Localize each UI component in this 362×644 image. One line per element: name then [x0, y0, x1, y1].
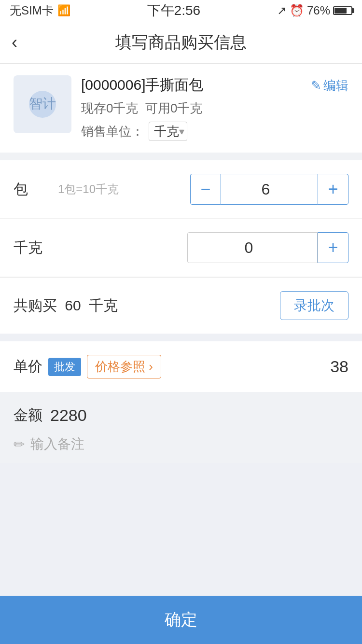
back-button[interactable]: ‹: [12, 32, 17, 53]
kg-controls: +: [187, 232, 348, 263]
amount-value: 2280: [50, 406, 87, 425]
bao-minus-button[interactable]: −: [190, 174, 221, 205]
battery-icon: [333, 6, 352, 15]
page-title: 填写商品购买信息: [115, 31, 247, 54]
summary-row: 共购买 60 千克 录批次: [0, 277, 362, 334]
status-time: 下午2:56: [147, 1, 201, 20]
battery-text: 76%: [307, 4, 330, 17]
product-logo-icon: 智计: [28, 90, 57, 119]
quantity-section: 包 1包=10千克 − + 千克 + 共购买 60 千克 录批次: [0, 160, 362, 334]
remark-row[interactable]: ✏ 输入备注: [14, 435, 348, 453]
nav-bar: ‹ 填写商品购买信息: [0, 21, 362, 64]
wifi-icon: 📶: [57, 4, 70, 17]
unit-select-wrap[interactable]: 千克 ▾: [149, 122, 187, 141]
product-image: 智计: [14, 75, 71, 133]
edit-icon: ✎: [311, 78, 321, 93]
kg-input[interactable]: [187, 232, 318, 263]
status-left: 无SIM卡 📶: [10, 3, 70, 18]
amount-label: 金额: [14, 406, 42, 425]
product-stock: 现存0千克 可用0千克: [81, 100, 348, 117]
amount-section: 金额 2280 ✏ 输入备注: [0, 392, 362, 463]
price-tag: 批发: [48, 358, 81, 376]
bao-label: 包: [14, 180, 52, 199]
bao-quantity-row: 包 1包=10千克 − +: [0, 160, 362, 219]
alarm-icon: ⏰: [290, 4, 304, 17]
amount-row: 金额 2280: [14, 406, 348, 425]
bao-hint: 1包=10千克: [58, 182, 190, 197]
unit-select[interactable]: 千克: [149, 122, 187, 141]
confirm-text: 确定: [165, 609, 197, 631]
edit-button[interactable]: ✎ 编辑: [311, 77, 348, 94]
bao-input[interactable]: [221, 174, 318, 205]
price-value: 38: [330, 357, 348, 376]
confirm-bar[interactable]: 确定: [0, 596, 362, 644]
edit-remark-icon: ✏: [14, 436, 25, 452]
product-card: 智计 [0000006]手撕面包 现存0千克 可用0千克 销售单位： 千克 ▾: [0, 64, 362, 153]
kg-plus-button[interactable]: +: [318, 232, 348, 263]
svg-text:智计: 智计: [29, 96, 56, 111]
price-row: 单价 批发 价格参照 › 38: [14, 355, 348, 378]
location-icon: ↗: [277, 4, 287, 17]
record-batch-button[interactable]: 录批次: [280, 291, 348, 320]
status-right: ↗ ⏰ 76%: [277, 4, 352, 17]
price-ref-button[interactable]: 价格参照 ›: [87, 355, 161, 378]
bao-controls: − +: [190, 174, 348, 205]
remark-placeholder: 输入备注: [30, 435, 84, 453]
product-unit-row: 销售单位： 千克 ▾: [81, 122, 348, 141]
status-bar: 无SIM卡 📶 下午2:56 ↗ ⏰ 76%: [0, 0, 362, 21]
bao-plus-button[interactable]: +: [318, 174, 348, 205]
summary-value: 60: [65, 297, 81, 313]
price-label: 单价: [14, 357, 42, 377]
product-name: [0000006]手撕面包: [81, 75, 348, 95]
carrier-text: 无SIM卡: [10, 3, 54, 18]
price-label-group: 单价 批发 价格参照 ›: [14, 355, 161, 378]
separator-1: [0, 334, 362, 341]
product-info: [0000006]手撕面包 现存0千克 可用0千克 销售单位： 千克 ▾: [81, 75, 348, 141]
kg-label: 千克: [14, 238, 52, 258]
summary-text: 共购买 60 千克: [14, 296, 118, 316]
kg-quantity-row: 千克 +: [0, 219, 362, 277]
price-section: 单价 批发 价格参照 › 38: [0, 341, 362, 392]
